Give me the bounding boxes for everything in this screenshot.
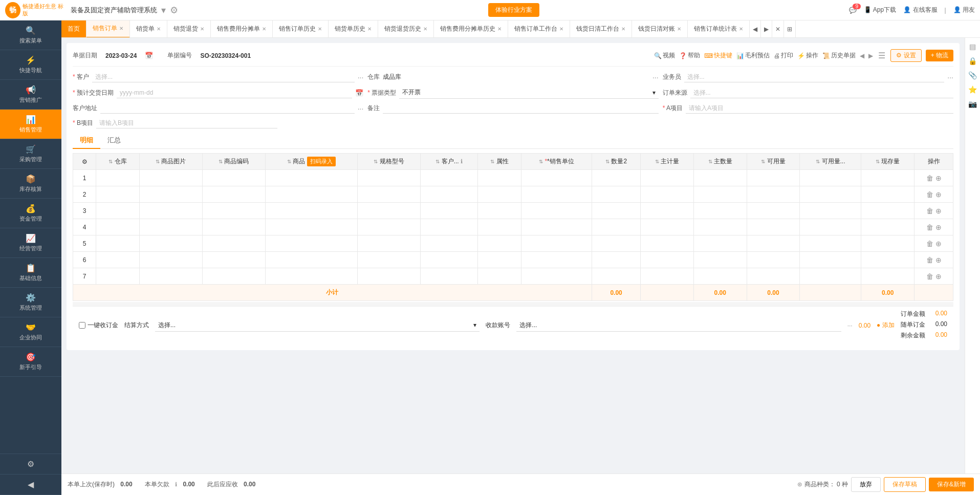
row-main-qty-3[interactable]: [693, 203, 747, 219]
row-spec-3[interactable]: [357, 203, 420, 219]
set-button[interactable]: ⚙ 设置: [890, 49, 921, 62]
row-customer-code-6[interactable]: [420, 252, 477, 268]
row-main-qty-2[interactable]: [693, 186, 747, 203]
row-current-stock-3[interactable]: [861, 203, 914, 219]
account-more[interactable]: ···: [847, 322, 853, 329]
row-available2-6[interactable]: [800, 252, 861, 268]
row-code-1[interactable]: [202, 170, 265, 186]
row-qty2-5[interactable]: [592, 235, 640, 252]
row-unit-3[interactable]: [521, 203, 592, 219]
row-delete-5[interactable]: 🗑: [926, 240, 933, 248]
row-image-5[interactable]: [139, 235, 202, 252]
tab-sales-order[interactable]: 销售订单 ✕: [86, 20, 130, 38]
tab-close-daily-workbench[interactable]: ✕: [621, 26, 625, 32]
nav-next[interactable]: ▶: [868, 52, 873, 59]
right-sidebar-capture-icon[interactable]: 📷: [966, 97, 979, 111]
row-qty2-7[interactable]: [592, 268, 640, 285]
right-sidebar-lock-icon[interactable]: 🔒: [966, 54, 979, 68]
tab-home[interactable]: 首页: [61, 20, 86, 38]
row-delete-6[interactable]: 🗑: [926, 256, 933, 264]
row-attribute-3[interactable]: [478, 203, 521, 219]
row-unit-2[interactable]: [521, 186, 592, 203]
row-main-unit-6[interactable]: [641, 252, 694, 268]
sidebar-item-guide[interactable]: 🎯 新手引导: [0, 347, 61, 377]
row-warehouse-4[interactable]: [96, 219, 139, 235]
right-sidebar-attach-icon[interactable]: 📎: [966, 69, 979, 82]
tab-daily-reconcile[interactable]: 钱货日清对账 ✕: [632, 20, 688, 38]
tab-fee-history[interactable]: 销售费用分摊单历史 ✕: [434, 20, 508, 38]
row-code-3[interactable]: [202, 203, 265, 219]
row-qty2-1[interactable]: [592, 170, 640, 186]
row-warehouse-2[interactable]: [96, 186, 139, 203]
add-goods-button[interactable]: + 物流: [926, 50, 953, 61]
pay-method-select[interactable]: 选择... ▾: [155, 319, 480, 332]
tab-nav-right[interactable]: ▶: [761, 20, 772, 38]
row-main-unit-2[interactable]: [641, 186, 694, 203]
tab-close-invoice[interactable]: ✕: [157, 26, 161, 32]
right-sidebar-layout-icon[interactable]: ▤: [966, 40, 979, 53]
sidebar-item-finance[interactable]: 💰 资金管理: [0, 199, 61, 228]
row-customer-code-4[interactable]: [420, 219, 477, 235]
row-unit-5[interactable]: [521, 235, 592, 252]
online-service[interactable]: 👤 在线客服: [903, 6, 937, 14]
tab-close-return[interactable]: ✕: [200, 26, 204, 32]
row-customer-code-7[interactable]: [420, 268, 477, 285]
tab-close-return-history[interactable]: ✕: [423, 26, 427, 32]
tab-close-sales-order[interactable]: ✕: [119, 26, 123, 31]
sidebar-item-sales[interactable]: 📊 销售管理: [0, 110, 61, 139]
row-current-stock-2[interactable]: [861, 186, 914, 203]
system-title-dropdown[interactable]: ▾: [161, 5, 166, 16]
row-code-2[interactable]: [202, 186, 265, 203]
tab-close-order-history[interactable]: ✕: [318, 26, 322, 32]
row-spec-7[interactable]: [357, 268, 420, 285]
row-attribute-6[interactable]: [478, 252, 521, 268]
row-goods-5[interactable]: [265, 235, 357, 252]
b-project-input[interactable]: [96, 118, 277, 128]
tab-close-fee-history[interactable]: ✕: [497, 26, 502, 32]
row-main-unit-7[interactable]: [641, 268, 694, 285]
row-code-6[interactable]: [202, 252, 265, 268]
sidebar-item-inventory[interactable]: 📦 库存核算: [0, 169, 61, 199]
row-available2-7[interactable]: [800, 268, 861, 285]
row-customer-code-5[interactable]: [420, 235, 477, 252]
profit-action[interactable]: 📊 毛利预估: [736, 51, 770, 60]
row-goods-7[interactable]: [265, 268, 357, 285]
calendar-icon[interactable]: 📅: [145, 52, 153, 59]
sidebar-item-system[interactable]: ⚙️ 系统管理: [0, 288, 61, 317]
row-copy-2[interactable]: ⊕: [935, 190, 942, 199]
save-new-button[interactable]: 保存&新增: [929, 478, 974, 491]
row-warehouse-6[interactable]: [96, 252, 139, 268]
row-attribute-1[interactable]: [478, 170, 521, 186]
row-current-stock-6[interactable]: [861, 252, 914, 268]
row-image-4[interactable]: [139, 219, 202, 235]
row-delete-4[interactable]: 🗑: [926, 223, 933, 231]
row-main-qty-1[interactable]: [693, 170, 747, 186]
row-main-unit-1[interactable]: [641, 170, 694, 186]
one-click-confirm-label[interactable]: 一键收订金: [79, 321, 118, 330]
row-image-1[interactable]: [139, 170, 202, 186]
sidebar-item-management[interactable]: 📈 经营管理: [0, 228, 61, 258]
address-more[interactable]: ···: [358, 104, 364, 113]
row-main-unit-3[interactable]: [641, 203, 694, 219]
row-main-qty-7[interactable]: [693, 268, 747, 285]
row-available2-4[interactable]: [800, 219, 861, 235]
row-qty2-3[interactable]: [592, 203, 640, 219]
tab-close-order-workbench[interactable]: ✕: [559, 26, 563, 32]
sidebar-item-purchase[interactable]: 🛒 采购管理: [0, 139, 61, 169]
row-spec-2[interactable]: [357, 186, 420, 203]
row-main-qty-6[interactable]: [693, 252, 747, 268]
row-spec-6[interactable]: [357, 252, 420, 268]
row-qty2-6[interactable]: [592, 252, 640, 268]
row-main-qty-4[interactable]: [693, 219, 747, 235]
view-action[interactable]: 🔍 视频: [654, 51, 675, 60]
row-image-2[interactable]: [139, 186, 202, 203]
print-action[interactable]: 🖨 打印: [774, 51, 793, 60]
tab-daily-workbench[interactable]: 钱货日清工作台 ✕: [570, 20, 632, 38]
operate-action[interactable]: ⚡ 操作: [797, 51, 818, 60]
row-delete-7[interactable]: 🗑: [926, 272, 933, 281]
row-customer-code-2[interactable]: [420, 186, 477, 203]
tab-nav-close-all[interactable]: ✕: [772, 20, 784, 38]
row-warehouse-1[interactable]: [96, 170, 139, 186]
row-current-stock-5[interactable]: [861, 235, 914, 252]
row-warehouse-3[interactable]: [96, 203, 139, 219]
